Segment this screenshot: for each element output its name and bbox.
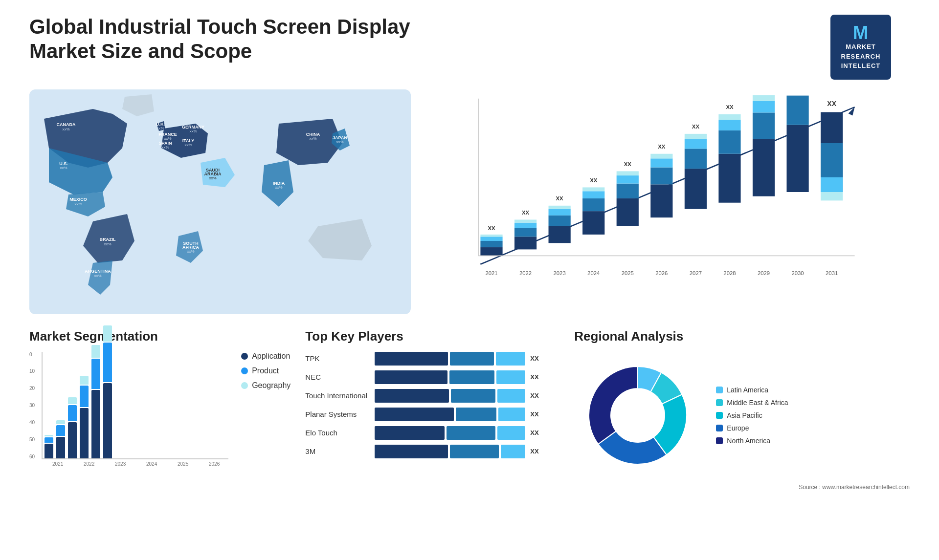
- svg-text:xx%: xx%: [161, 145, 169, 150]
- seg-bar-group: [91, 345, 100, 458]
- player-bar-segment: [375, 408, 454, 421]
- seg-bar-application: [45, 444, 53, 458]
- logo-line2: RESEARCH: [841, 53, 881, 60]
- legend-label-product: Product: [252, 366, 279, 375]
- svg-rect-77: [718, 153, 740, 202]
- segmentation-legend: Application Product Geography: [241, 352, 291, 390]
- svg-text:xx%: xx%: [209, 176, 216, 180]
- svg-text:XX: XX: [658, 144, 666, 150]
- svg-rect-56: [582, 187, 604, 191]
- regional-legend-label: Middle East & Africa: [727, 399, 788, 407]
- svg-text:2031: 2031: [826, 270, 838, 276]
- player-row: Touch InternationalXX: [305, 389, 559, 403]
- svg-rect-79: [718, 120, 740, 130]
- player-name: Elo Touch: [305, 429, 369, 437]
- svg-text:xx%: xx%: [156, 126, 164, 130]
- seg-bar-geography: [103, 325, 112, 342]
- svg-rect-84: [753, 112, 775, 139]
- map-svg: CANADA xx% U.S. xx% MEXICO xx% BRAZIL xx…: [29, 89, 411, 314]
- legend-dot-application: [241, 353, 248, 360]
- player-bar-segment: [496, 352, 525, 366]
- player-bar-segment: [449, 370, 494, 384]
- svg-text:2027: 2027: [690, 270, 702, 276]
- player-bar-container: XX: [375, 426, 559, 440]
- svg-rect-95: [821, 192, 843, 200]
- regional-legend-dot: [716, 425, 723, 431]
- page: Global Industrial Touch Screen Display M…: [0, 0, 939, 560]
- svg-rect-65: [650, 184, 672, 217]
- seg-bar-product: [80, 386, 89, 407]
- svg-rect-48: [549, 215, 571, 226]
- key-players-title: Top Key Players: [305, 329, 559, 344]
- player-bar-segment: [375, 389, 449, 403]
- header: Global Industrial Touch Screen Display M…: [29, 15, 910, 80]
- svg-text:XX: XX: [556, 195, 564, 201]
- player-name: Planar Systems: [305, 410, 369, 418]
- seg-bar-application: [80, 408, 89, 458]
- svg-text:xx%: xx%: [62, 127, 69, 131]
- donut-chart: [574, 352, 701, 479]
- top-section: CANADA xx% U.S. xx% MEXICO xx% BRAZIL xx…: [29, 89, 910, 314]
- svg-text:BRAZIL: BRAZIL: [100, 237, 116, 242]
- svg-rect-78: [718, 130, 740, 153]
- regional-legend: Latin AmericaMiddle East & AfricaAsia Pa…: [716, 386, 788, 445]
- svg-text:2028: 2028: [723, 270, 736, 276]
- seg-bar-product: [91, 359, 100, 389]
- player-name: TPK: [305, 354, 369, 363]
- svg-text:xx%: xx%: [184, 143, 192, 147]
- player-bar-container: XX: [375, 370, 559, 384]
- svg-rect-49: [549, 209, 571, 215]
- player-bar-segment: [450, 445, 499, 458]
- regional-legend-dot: [716, 412, 723, 419]
- seg-bar-product: [68, 405, 77, 421]
- svg-rect-94: [821, 177, 843, 192]
- page-title: Global Industrial Touch Screen Display M…: [29, 15, 470, 64]
- svg-text:MEXICO: MEXICO: [69, 197, 87, 202]
- regional-legend-label: Latin America: [727, 386, 768, 394]
- svg-rect-93: [821, 143, 843, 177]
- player-row: TPKXX: [305, 352, 559, 366]
- seg-bar-group: [103, 325, 112, 458]
- svg-rect-73: [685, 139, 707, 149]
- player-bar-segment: [497, 389, 525, 403]
- svg-rect-47: [549, 226, 571, 243]
- seg-bar-geography: [80, 376, 89, 385]
- svg-text:2026: 2026: [655, 270, 668, 276]
- seg-bar-product: [103, 343, 112, 382]
- svg-rect-66: [650, 167, 672, 184]
- svg-rect-42: [514, 228, 537, 236]
- regional-legend-label: Asia Pacific: [727, 411, 762, 419]
- segmentation-title: Market Segmentation: [29, 329, 291, 344]
- regional-legend-item: Middle East & Africa: [716, 399, 788, 407]
- player-bar-segment: [447, 426, 495, 440]
- svg-text:2025: 2025: [622, 270, 634, 276]
- player-bar-segment: [375, 445, 448, 458]
- svg-rect-74: [685, 133, 707, 138]
- player-bar-segment: [375, 370, 447, 384]
- regional-legend-item: Latin America: [716, 386, 788, 394]
- donut-svg: [574, 352, 701, 479]
- seg-x-labels: 202120222023202420252026: [42, 461, 228, 467]
- svg-text:xx%: xx%: [164, 136, 171, 141]
- svg-text:xx%: xx%: [94, 274, 101, 278]
- regional-legend-label: Europe: [727, 424, 749, 432]
- player-value: XX: [530, 448, 538, 455]
- legend-item-geography: Geography: [241, 381, 291, 390]
- svg-rect-72: [685, 149, 707, 169]
- svg-text:xx%: xx%: [275, 185, 282, 190]
- segmentation-area: Market Segmentation 60 50 40 30 20 10 0: [29, 329, 291, 467]
- regional-legend-label: North America: [727, 437, 770, 445]
- svg-text:xx%: xx%: [104, 242, 111, 246]
- player-value: XX: [530, 429, 538, 436]
- donut-segment: [589, 366, 638, 444]
- bottom-section: Market Segmentation 60 50 40 30 20 10 0: [29, 329, 910, 491]
- seg-bar-application: [91, 390, 100, 458]
- seg-bar-group: [56, 420, 65, 458]
- seg-bar-geography: [56, 420, 65, 424]
- svg-rect-80: [718, 114, 740, 119]
- svg-rect-43: [514, 222, 537, 228]
- player-value: XX: [530, 410, 538, 418]
- svg-text:xx%: xx%: [60, 166, 67, 170]
- player-bar-segment: [375, 426, 445, 440]
- regional-legend-dot: [716, 437, 723, 444]
